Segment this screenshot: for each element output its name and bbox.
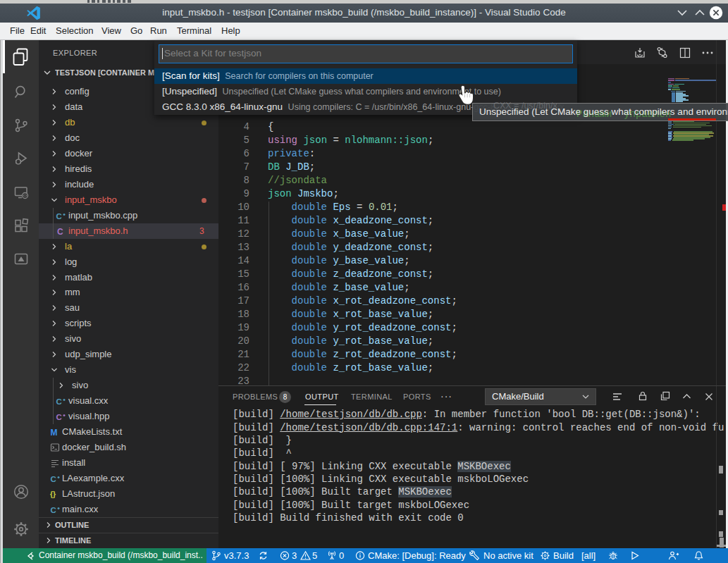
svg-text:M: M bbox=[51, 428, 58, 438]
svg-text:C: C bbox=[51, 506, 56, 514]
svg-text:C: C bbox=[56, 397, 62, 406]
svg-text:C: C bbox=[56, 413, 62, 421]
svg-text:C: C bbox=[51, 475, 56, 483]
svg-text:C: C bbox=[57, 227, 63, 237]
svg-text:{}: {} bbox=[50, 490, 56, 498]
svg-text:C: C bbox=[56, 212, 62, 221]
